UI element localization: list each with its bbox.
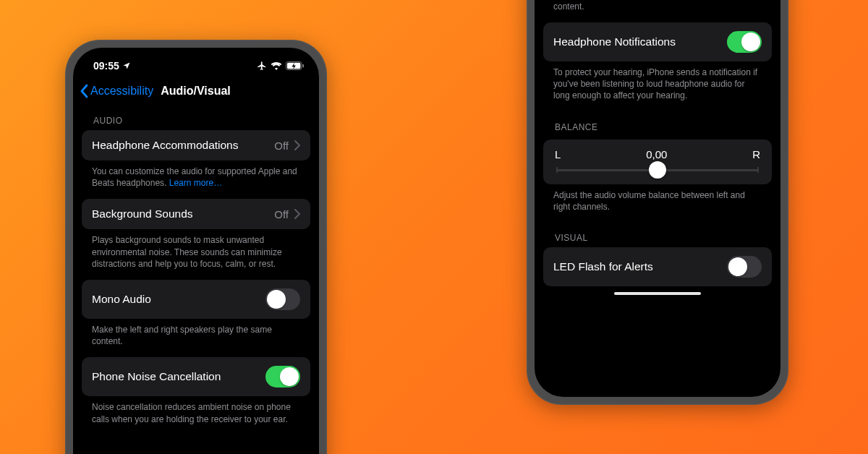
row-title: Phone Noise Cancellation — [92, 370, 221, 383]
toggle-mono-audio[interactable] — [265, 288, 300, 310]
svg-rect-2 — [302, 64, 304, 68]
phone-device-right: Plays background sounds to mask unwanted… — [527, 0, 788, 405]
notch — [131, 48, 261, 67]
row-value: Off — [274, 208, 289, 220]
nav-header: Accessibility Audio/Visual — [73, 80, 319, 106]
balance-left-label: L — [555, 148, 561, 160]
toggle-led-flash[interactable] — [727, 256, 762, 278]
row-title: Headphone Accommodations — [92, 139, 239, 152]
footnote-phone-noise-cancellation: Noise cancellation reduces ambient noise… — [73, 396, 319, 434]
row-value: Off — [274, 140, 289, 152]
row-mono-audio: Mono Audio — [82, 280, 310, 319]
home-indicator[interactable] — [614, 292, 701, 295]
row-title: Background Sounds — [92, 207, 193, 220]
phone-device-left: 09:55 — [65, 40, 327, 454]
row-headphone-accommodations[interactable]: Headphone Accommodations Off — [82, 130, 310, 160]
row-headphone-notifications: Headphone Notifications — [543, 22, 772, 61]
footnote-mono-audio-2: Make the left and right speakers play th… — [535, 0, 780, 22]
back-label: Accessibility — [90, 85, 153, 98]
chevron-left-icon — [79, 84, 89, 98]
row-led-flash-alerts: LED Flash for Alerts — [543, 247, 772, 286]
balance-right-label: R — [752, 148, 760, 160]
row-background-sounds[interactable]: Background Sounds Off — [82, 199, 310, 229]
footnote-mono-audio: Make the left and right speakers play th… — [73, 319, 319, 357]
learn-more-link[interactable]: Learn more… — [169, 178, 222, 188]
row-title: LED Flash for Alerts — [553, 260, 653, 273]
section-header-visual: VISUAL — [535, 223, 780, 247]
section-header-audio: AUDIO — [73, 106, 319, 130]
toggle-headphone-notifications[interactable] — [727, 31, 762, 53]
chevron-right-icon — [294, 209, 300, 219]
footnote-balance: Adjust the audio volume balance between … — [535, 184, 780, 223]
chevron-right-icon — [294, 140, 300, 150]
status-time: 09:55 — [93, 60, 119, 72]
footnote-headphone-accommodations: You can customize the audio for supporte… — [73, 160, 319, 199]
balance-control: L 0,00 R — [543, 140, 772, 184]
toggle-phone-noise-cancellation[interactable] — [265, 366, 300, 387]
row-phone-noise-cancellation: Phone Noise Cancellation — [82, 357, 310, 396]
footnote-background-sounds: Plays background sounds to mask unwanted… — [73, 229, 319, 280]
balance-value: 0,00 — [646, 148, 667, 160]
airplane-mode-icon — [257, 61, 267, 71]
location-arrow-icon — [122, 61, 131, 70]
footnote-headphone-notifications: To protect your hearing, iPhone sends a … — [535, 61, 780, 112]
wifi-icon — [271, 61, 282, 70]
row-title: Mono Audio — [92, 293, 151, 306]
back-button[interactable]: Accessibility — [79, 84, 153, 98]
section-header-balance: BALANCE — [535, 112, 780, 137]
page-title: Audio/Visual — [161, 85, 231, 98]
balance-slider[interactable] — [556, 169, 759, 171]
battery-charging-icon — [286, 61, 305, 70]
slider-thumb[interactable] — [649, 161, 666, 179]
row-title: Headphone Notifications — [553, 35, 676, 48]
